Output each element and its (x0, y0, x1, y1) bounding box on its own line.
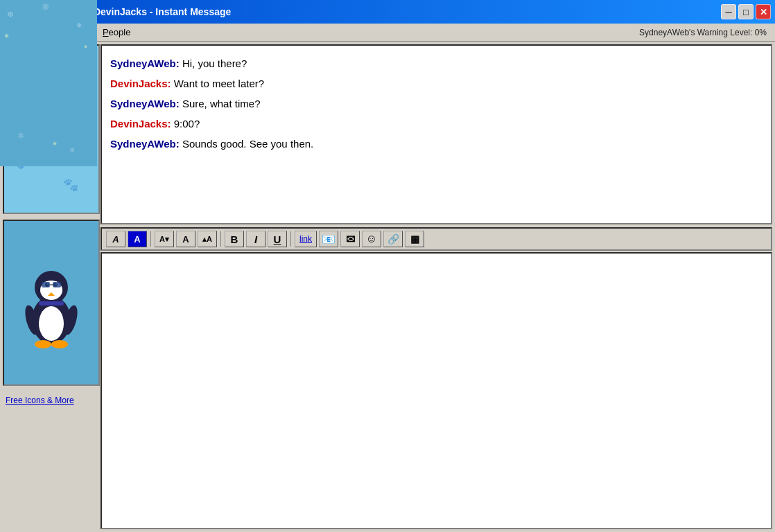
restore-button[interactable]: □ (738, 4, 754, 19)
chat-text-3: 9:00? (174, 118, 200, 130)
chat-sender-3: DevinJacks: (110, 118, 171, 130)
increase-font-button[interactable]: ▴A (198, 231, 217, 247)
menu-people[interactable]: People (97, 26, 136, 39)
font-color-button[interactable]: A (128, 231, 147, 247)
chat-message-1: DevinJacks: Want to meet later? (110, 74, 763, 93)
table-button[interactable]: ▦ (405, 231, 424, 247)
smiley-button[interactable]: ☺ (362, 231, 381, 247)
chat-text-4: Sounds good. See you then. (182, 138, 313, 150)
free-icons-link[interactable]: Free Icons & More (0, 389, 101, 412)
chat-sender-2: SydneyAWeb: (110, 98, 180, 109)
underline-button[interactable]: U (268, 231, 287, 247)
email-button[interactable]: 📧 (319, 231, 338, 247)
chat-display[interactable]: SydneyAWeb: Hi, you there? DevinJacks: W… (101, 44, 772, 224)
close-button[interactable]: ✕ (756, 4, 771, 19)
toolbar-sep-1 (150, 231, 151, 247)
chat-message-4: SydneyAWeb: Sounds good. See you then. (110, 134, 763, 153)
chat-text-0: Hi, you there? (182, 57, 247, 69)
decrease-font-button[interactable]: A▾ (155, 231, 174, 247)
svg-point-41 (35, 340, 51, 348)
free-icons-label: Free Icons & More (6, 396, 74, 405)
right-panel: SydneyAWeb: Hi, you there? DevinJacks: W… (101, 42, 775, 532)
italic-button[interactable]: I (246, 231, 265, 247)
warning-level: SydneyAWeb's Warning Level: 0% (639, 28, 772, 37)
chat-text-2: Sure, what time? (182, 98, 261, 109)
svg-rect-43 (39, 301, 64, 305)
image-button[interactable]: ✉ (340, 231, 360, 247)
font-button[interactable]: A (106, 231, 125, 247)
normal-font-button[interactable]: A (176, 231, 195, 247)
svg-point-42 (51, 340, 68, 348)
title-controls: ─ □ ✕ (721, 4, 771, 19)
minimize-button[interactable]: ─ (721, 4, 736, 19)
penguin-avatar (17, 254, 86, 351)
svg-rect-36 (53, 282, 61, 287)
url-button[interactable]: 🔗 (383, 231, 403, 247)
toolbar-sep-2 (220, 231, 221, 247)
link-button[interactable]: link (295, 231, 317, 247)
chat-text-1: Want to meet later? (174, 78, 264, 89)
message-input[interactable] (101, 252, 772, 529)
main-area: 🐾 🐾 🐾 🐾 🐾 🐾 (0, 42, 775, 532)
menu-bar: File Edit Insert People SydneyAWeb's War… (0, 24, 775, 42)
title-bar: 🐾 SydneyAWeb : DevinJacks - Instant Mess… (0, 0, 775, 24)
bold-button[interactable]: B (225, 231, 244, 247)
format-toolbar: A A A▾ A ▴A B I U link 📧 ✉ ☺ 🔗 ▦ (101, 227, 772, 251)
svg-rect-35 (42, 282, 50, 287)
chat-sender-4: SydneyAWeb: (110, 138, 180, 150)
toolbar-sep-3 (290, 231, 291, 247)
svg-point-26 (39, 306, 64, 341)
chat-sender-0: SydneyAWeb: (110, 57, 180, 69)
chat-sender-1: DevinJacks: (110, 78, 171, 89)
chat-message-3: DevinJacks: 9:00? (110, 114, 763, 133)
left-panel: 🐾 🐾 🐾 🐾 🐾 🐾 (0, 42, 101, 532)
avatar-bottom: ❄ ❄ ❄ ❄ ❄ ★ ★ ★ (3, 220, 100, 386)
chat-message-0: SydneyAWeb: Hi, you there? (110, 54, 763, 73)
chat-message-2: SydneyAWeb: Sure, what time? (110, 94, 763, 113)
